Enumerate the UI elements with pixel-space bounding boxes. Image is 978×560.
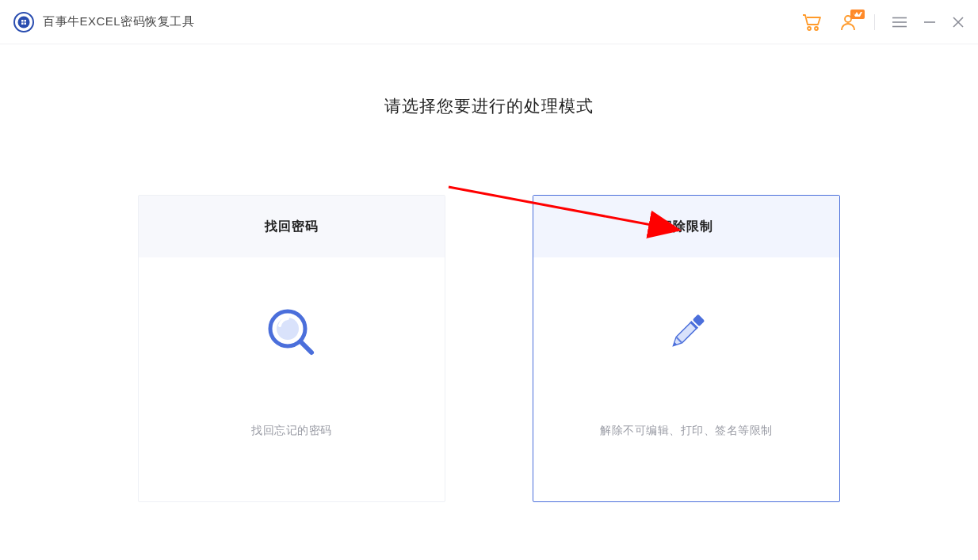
- mode-cards: 找回密码 找回忘记的密码 解除限制: [138, 195, 840, 502]
- svg-rect-5: [25, 22, 27, 25]
- vip-badge-icon: [850, 10, 865, 19]
- menu-icon[interactable]: [892, 17, 907, 28]
- card-title: 解除限制: [659, 219, 713, 235]
- svg-line-17: [301, 342, 311, 352]
- app-logo-icon: [13, 11, 35, 33]
- svg-rect-4: [21, 22, 24, 25]
- page-heading: 请选择您要进行的处理模式: [384, 95, 594, 117]
- card-title: 找回密码: [265, 219, 319, 235]
- app-title: 百事牛EXCEL密码恢复工具: [43, 14, 194, 29]
- svg-point-7: [815, 27, 818, 30]
- titlebar-divider: [874, 14, 875, 30]
- card-remove-restriction[interactable]: 解除限制 解除: [533, 195, 840, 502]
- card-header: 找回密码: [139, 196, 445, 257]
- card-recover-password[interactable]: 找回密码 找回忘记的密码: [138, 195, 445, 502]
- titlebar: 百事牛EXCEL密码恢复工具: [0, 0, 978, 44]
- svg-point-16: [277, 318, 299, 340]
- card-body: 解除不可编辑、打印、签名等限制: [533, 257, 839, 501]
- main-content: 请选择您要进行的处理模式 找回密码 找回忘记的密码 解除: [0, 44, 978, 502]
- titlebar-right: [801, 13, 964, 32]
- svg-rect-2: [21, 20, 24, 22]
- svg-rect-3: [25, 20, 27, 22]
- card-header: 解除限制: [533, 196, 839, 257]
- pencil-icon: [659, 305, 714, 360]
- minimize-icon[interactable]: [924, 17, 935, 28]
- user-icon[interactable]: [839, 13, 857, 31]
- close-icon[interactable]: [953, 17, 964, 28]
- svg-point-1: [18, 16, 30, 28]
- magnifier-icon: [264, 305, 319, 360]
- cart-icon[interactable]: [801, 13, 822, 32]
- card-body: 找回忘记的密码: [139, 257, 445, 501]
- card-desc: 找回忘记的密码: [251, 424, 332, 438]
- titlebar-left: 百事牛EXCEL密码恢复工具: [13, 11, 194, 33]
- card-desc: 解除不可编辑、打印、签名等限制: [600, 424, 773, 438]
- svg-point-6: [808, 27, 811, 30]
